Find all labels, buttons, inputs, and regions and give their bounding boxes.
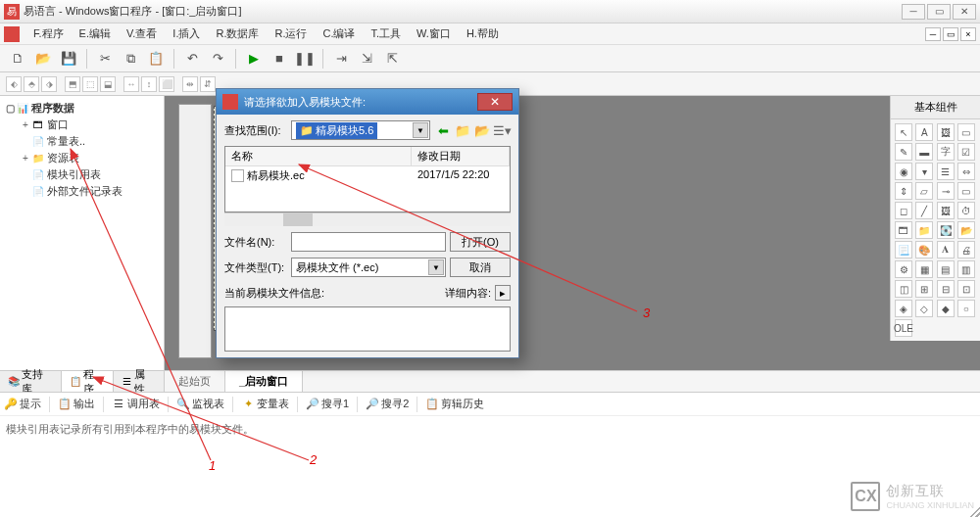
menu-tools[interactable]: T.工具 xyxy=(365,24,407,43)
align-center-icon[interactable]: ⬘ xyxy=(24,76,39,92)
tab-start-page[interactable]: 起始页 xyxy=(165,371,225,392)
menu-window[interactable]: W.窗口 xyxy=(411,24,457,43)
align-left-icon[interactable]: ⬖ xyxy=(6,76,22,92)
same-size-icon[interactable]: ⬜ xyxy=(159,76,174,92)
menu-view[interactable]: V.查看 xyxy=(121,24,163,43)
filebox-icon[interactable]: 📁 xyxy=(915,221,933,239)
open-button[interactable]: 打开(O) xyxy=(450,232,511,252)
cancel-button[interactable]: 取消 xyxy=(450,258,511,277)
redo-button[interactable]: ↷ xyxy=(206,48,229,70)
mdi-minimize[interactable]: ─ xyxy=(925,27,941,41)
same-height-icon[interactable]: ↕ xyxy=(141,76,157,92)
back-icon[interactable]: ⬅ xyxy=(434,121,452,139)
tree-node-window[interactable]: + 🗔 窗口 xyxy=(20,117,160,133)
tab-icon[interactable]: ▭ xyxy=(957,182,975,200)
misc8-icon[interactable]: ◈ xyxy=(895,300,912,317)
tab-vars[interactable]: ✦变量表 xyxy=(241,397,289,411)
misc9-icon[interactable]: ◇ xyxy=(915,300,933,317)
copy-button[interactable]: ⧉ xyxy=(119,48,142,70)
step-out-button[interactable]: ⇱ xyxy=(380,48,404,70)
expand-icon[interactable]: ▢ xyxy=(4,103,16,114)
colordlg-icon[interactable]: 🎨 xyxy=(915,241,933,258)
file-row[interactable]: 精易模块.ec 2017/1/5 22:20 xyxy=(225,166,510,185)
tab-watch[interactable]: 🔍监视表 xyxy=(176,397,224,411)
dropdown-icon[interactable]: ▼ xyxy=(413,122,428,138)
text-icon[interactable]: 字 xyxy=(937,143,955,161)
tree-node-resource[interactable]: + 📁 资源表 xyxy=(20,150,160,166)
ole-icon[interactable]: OLE xyxy=(895,319,912,337)
stop-button[interactable]: ■ xyxy=(268,48,291,70)
check-icon[interactable]: ☑ xyxy=(957,143,975,161)
dialog-titlebar[interactable]: 请选择欲加入易模块文件: ✕ xyxy=(217,89,518,115)
maximize-button[interactable]: ▭ xyxy=(927,4,951,20)
tab-search1[interactable]: 🔎搜寻1 xyxy=(306,397,349,411)
menu-help[interactable]: H.帮助 xyxy=(461,24,505,43)
misc10-icon[interactable]: ◆ xyxy=(937,300,955,317)
tab-support-lib[interactable]: 📚 支持库 xyxy=(0,371,62,392)
spacing-v-icon[interactable]: ⇵ xyxy=(200,76,216,92)
filename-input[interactable] xyxy=(291,232,446,252)
mdi-close[interactable]: × xyxy=(960,27,976,41)
line-icon[interactable]: ╱ xyxy=(915,202,933,219)
vscroll-icon[interactable]: ⇕ xyxy=(895,182,912,200)
frame-icon[interactable]: ▭ xyxy=(957,123,975,141)
cursor-icon[interactable]: ↖ xyxy=(895,123,912,141)
menu-compile[interactable]: C.编译 xyxy=(317,24,361,43)
close-button[interactable]: ✕ xyxy=(953,4,976,20)
tree-node-extfile[interactable]: 📄 外部文件记录表 xyxy=(20,183,160,200)
image-icon[interactable]: 🖼 xyxy=(937,202,955,219)
paste-button[interactable]: 📋 xyxy=(144,48,168,70)
button-icon[interactable]: ▬ xyxy=(915,143,933,161)
expand-icon[interactable]: + xyxy=(20,119,31,130)
drive-icon[interactable]: 💽 xyxy=(937,221,955,239)
tab-search2[interactable]: 🔎搜寻2 xyxy=(366,397,409,411)
list-scrollbar[interactable] xyxy=(224,212,511,226)
pause-button[interactable]: ❚❚ xyxy=(293,48,317,70)
tree-node-const[interactable]: 📄 常量表.. xyxy=(20,133,160,150)
spacing-h-icon[interactable]: ⇹ xyxy=(182,76,198,92)
misc3-icon[interactable]: ▥ xyxy=(957,260,975,278)
step-over-button[interactable]: ⇥ xyxy=(329,48,353,70)
up-icon[interactable]: 📁 xyxy=(454,121,471,139)
cut-button[interactable]: ✂ xyxy=(93,48,117,70)
printdlg-icon[interactable]: 🖨 xyxy=(957,241,975,258)
col-name[interactable]: 名称 xyxy=(225,147,412,165)
dropdown-icon[interactable]: ▼ xyxy=(428,259,444,275)
detail-button[interactable]: ▸ xyxy=(495,285,511,301)
new-button[interactable]: 🗋 xyxy=(6,48,29,70)
tab-program[interactable]: 📋 程序 xyxy=(62,371,113,392)
combo-icon[interactable]: ▾ xyxy=(915,163,933,180)
tab-startup-window[interactable]: _启动窗口 xyxy=(225,371,303,392)
misc6-icon[interactable]: ⊟ xyxy=(937,280,955,298)
run-button[interactable]: ▶ xyxy=(242,48,266,70)
tab-output[interactable]: 📋输出 xyxy=(58,397,95,411)
misc5-icon[interactable]: ⊞ xyxy=(915,280,933,298)
undo-button[interactable]: ↶ xyxy=(180,48,204,70)
align-top-icon[interactable]: ⬒ xyxy=(65,76,80,92)
menu-program[interactable]: F.程序 xyxy=(27,24,70,43)
fontdlg-icon[interactable]: 𝐀 xyxy=(937,241,955,258)
open-button[interactable]: 📂 xyxy=(31,48,55,70)
tab-hint[interactable]: 🔑提示 xyxy=(4,397,41,411)
tab-clip[interactable]: 📋剪辑历史 xyxy=(425,397,484,411)
hscroll-icon[interactable]: ⇔ xyxy=(957,163,975,180)
misc11-icon[interactable]: ○ xyxy=(957,300,975,317)
dialog-close-button[interactable]: ✕ xyxy=(477,93,513,111)
progress-icon[interactable]: ▱ xyxy=(915,182,933,200)
common-icon[interactable]: ⚙ xyxy=(895,260,912,278)
file-list[interactable]: 名称 修改日期 精易模块.ec 2017/1/5 22:20 xyxy=(224,146,511,212)
timer-icon[interactable]: ⏱ xyxy=(957,202,975,219)
align-middle-icon[interactable]: ⬚ xyxy=(82,76,98,92)
shape-icon[interactable]: ◻ xyxy=(895,202,912,219)
align-bottom-icon[interactable]: ⬓ xyxy=(100,76,116,92)
project-tree[interactable]: ▢ 📊 程序数据 + 🗔 窗口 📄 常量表.. xyxy=(0,96,164,370)
scroll-thumb[interactable] xyxy=(283,213,313,226)
dirlist-icon[interactable]: 📂 xyxy=(957,221,975,239)
lookin-select[interactable]: 📁精易模块5.6 ▼ xyxy=(291,120,430,140)
filetype-select[interactable]: 易模块文件 (*.ec) ▼ xyxy=(291,258,446,277)
tree-node-module[interactable]: 📄 模块引用表 xyxy=(20,166,160,183)
filelist-icon[interactable]: 📃 xyxy=(895,241,912,258)
viewmode-icon[interactable]: ☰▾ xyxy=(493,121,511,139)
radio-icon[interactable]: ◉ xyxy=(895,163,912,180)
tree-root-node[interactable]: ▢ 📊 程序数据 xyxy=(4,100,160,117)
